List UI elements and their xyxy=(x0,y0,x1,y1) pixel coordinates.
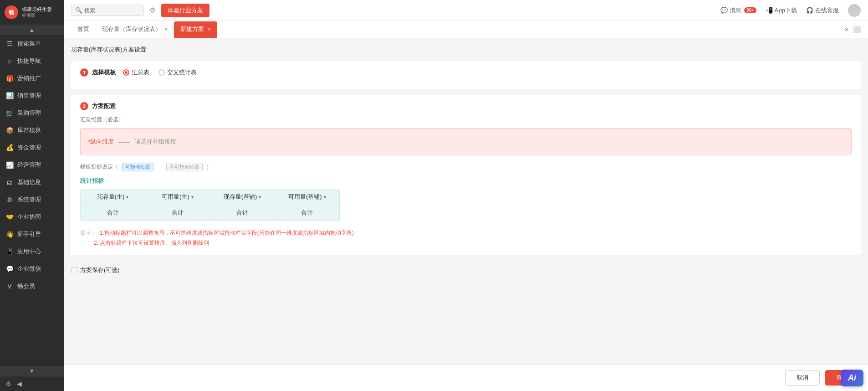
summary-dimension-label: 汇总维度（必选） xyxy=(80,116,852,123)
collapse-icon[interactable]: ◀ xyxy=(17,380,22,387)
topbar-gear-icon[interactable]: ⚙ xyxy=(149,6,156,15)
page-title: 现存量(库存状况表)方案设置 xyxy=(71,46,861,54)
indicator-settings-title: 模板指标设定（ 可拖动位置 不可拖动位置 ） xyxy=(80,163,852,171)
settings-bottom-icon[interactable]: ⚙ xyxy=(5,380,11,387)
user-avatar[interactable] xyxy=(848,4,861,17)
sidebar-item-label: 销售管理 xyxy=(17,92,41,100)
dimension-area[interactable]: *纵向维度 —— 请选择分组维度 xyxy=(80,128,852,155)
search-menu-icon: ☰ xyxy=(5,40,14,48)
sidebar-item-label: 基础信息 xyxy=(17,178,41,186)
stats-col-header-2[interactable]: 现存量(基辅) ▾ xyxy=(210,189,275,205)
stats-col-cell-1: 合计 xyxy=(145,205,209,221)
save-checkbox[interactable] xyxy=(71,267,77,273)
vip-icon: V xyxy=(5,282,14,290)
app-download-icon: 📲 xyxy=(766,7,773,14)
topbar-right: 💬 消息 99+ 📲 App下载 🎧 在线客服 xyxy=(720,4,861,17)
stats-table-header: 现存量(主) ▾ 合计 可用量(主) ▾ 合计 xyxy=(81,189,339,221)
sidebar-item-quicknav[interactable]: ⌂ 快捷导航 xyxy=(0,52,64,70)
stats-section-title: 统计指标 xyxy=(80,177,852,185)
content-area: 现存量(库存状况表)方案设置 1 选择模板 汇总表 交叉统计表 xyxy=(64,38,868,391)
app-download-item[interactable]: 📲 App下载 xyxy=(766,6,797,15)
radio-crosstab[interactable]: 交叉统计表 xyxy=(158,68,197,77)
chevron-down-icon-2[interactable]: ▾ xyxy=(259,195,261,200)
sidebar-scroll-up[interactable]: ▲ xyxy=(0,25,64,35)
sidebar-scroll-down[interactable]: ▼ xyxy=(0,366,64,376)
tab-inventory-close[interactable]: × xyxy=(165,26,168,32)
topbar-search-box[interactable]: 🔍 xyxy=(71,5,144,16)
sidebar-item-enterprise[interactable]: 🤝 企业协同 xyxy=(0,208,64,226)
sidebar-item-newguide[interactable]: 👋 新手引导 xyxy=(0,226,64,243)
sidebar-item-wechat[interactable]: 💬 企业微信 xyxy=(0,260,64,278)
tabs-right-actions: ✕ ⬜ xyxy=(844,26,861,33)
step2-card: 2 方案配置 汇总维度（必选） *纵向维度 —— 请选择分组维度 模板指标设定（… xyxy=(71,95,861,255)
tab-home[interactable]: 首页 xyxy=(71,21,96,38)
tab-new-plan-close[interactable]: × xyxy=(208,26,210,32)
sidebar-nav: ☰ 搜索菜单 ⌂ 快捷导航 🎁 营销推广 📊 销售管理 🛒 采购管理 📦 库存核… xyxy=(0,35,64,366)
chevron-down-icon-0[interactable]: ▾ xyxy=(126,195,128,200)
message-item[interactable]: 💬 消息 99+ xyxy=(720,6,756,15)
tab-inventory-status[interactable]: 现存量（库存状况表） × xyxy=(96,21,174,38)
sidebar-item-appcenter[interactable]: 📱 应用中心 xyxy=(0,243,64,260)
online-service-item[interactable]: 🎧 在线客服 xyxy=(806,6,839,15)
gear-icon: ⚙ xyxy=(5,196,14,204)
money-icon: 💰 xyxy=(5,144,14,152)
sidebar-item-label: 库存核算 xyxy=(17,126,41,134)
tabs-close-icon[interactable]: ✕ xyxy=(844,26,849,33)
sidebar-item-label: 应用中心 xyxy=(17,247,41,256)
sidebar-item-sales[interactable]: 📊 销售管理 xyxy=(0,87,64,104)
topbar: 🔍 ⚙ 体验行业方案 💬 消息 99+ 📲 App下载 🎧 在线客服 xyxy=(64,0,868,21)
non-draggable-badge: 不可拖动位置 xyxy=(166,163,203,171)
home-icon: ⌂ xyxy=(5,57,14,65)
sidebar-item-marketing[interactable]: 🎁 营销推广 xyxy=(0,70,64,87)
search-input[interactable] xyxy=(84,7,139,14)
industry-button[interactable]: 体验行业方案 xyxy=(161,4,209,17)
sidebar-bottom: ⚙ ◀ xyxy=(0,376,64,391)
chevron-down-icon-1[interactable]: ▾ xyxy=(191,195,194,200)
chevron-down-icon-3[interactable]: ▾ xyxy=(324,195,326,200)
sidebar-item-label: 搜索菜单 xyxy=(17,40,41,48)
radio-summary-table[interactable]: 汇总表 xyxy=(123,68,149,77)
message-badge: 99+ xyxy=(744,7,756,13)
stats-col-2: 现存量(基辅) ▾ 合计 xyxy=(210,189,275,221)
box-icon: 📦 xyxy=(5,126,14,134)
sidebar-item-search[interactable]: ☰ 搜索菜单 xyxy=(0,35,64,52)
tabs-expand-icon[interactable]: ⬜ xyxy=(853,26,861,33)
handshake-icon: 🤝 xyxy=(5,213,14,221)
sidebar-item-management[interactable]: 📈 经营管理 xyxy=(0,156,64,174)
sidebar-item-purchase[interactable]: 🛒 采购管理 xyxy=(0,104,64,122)
dimension-dash: —— xyxy=(118,139,130,145)
app-edition: 标准版 xyxy=(22,12,52,19)
sidebar-item-system[interactable]: ⚙ 系统管理 xyxy=(0,191,64,208)
tips-section: 提示： 1.拖动标题栏可以调整布局，不可跨维度或指标区域拖动栏目字段(只能在同一… xyxy=(80,228,852,248)
step1-card: 1 选择模板 汇总表 交叉统计表 xyxy=(71,61,861,89)
wave-icon: 👋 xyxy=(5,230,14,238)
sidebar-item-label: 营销推广 xyxy=(17,74,41,82)
stats-col-header-3[interactable]: 可用量(基辅) ▾ xyxy=(275,189,339,205)
template-radio-group: 汇总表 交叉统计表 xyxy=(123,68,197,77)
radio-crosstab-indicator xyxy=(158,69,165,76)
footer-actions: 取消 查询 xyxy=(64,364,868,391)
gift-icon: 🎁 xyxy=(5,74,14,82)
headset-icon: 🎧 xyxy=(806,7,813,14)
stats-col-1: 可用量(主) ▾ 合计 xyxy=(145,189,210,221)
sidebar-item-finance[interactable]: 💰 资金管理 xyxy=(0,139,64,156)
chart-icon: 📊 xyxy=(5,92,14,100)
sidebar-item-label: 经营管理 xyxy=(17,161,41,169)
tip-2: 2. 点击标题栏下拉可设置排序、插入列和删除列 xyxy=(80,238,852,248)
sidebar-item-vip[interactable]: V 畅会员 xyxy=(0,278,64,295)
sidebar-item-basicinfo[interactable]: 🗂 基础信息 xyxy=(0,174,64,191)
cancel-button[interactable]: 取消 xyxy=(785,370,820,386)
tab-new-plan[interactable]: 新建方案 × xyxy=(174,21,217,38)
mobile-icon: 📱 xyxy=(5,247,14,256)
sidebar-item-inventory[interactable]: 📦 库存核算 xyxy=(0,122,64,139)
stats-col-header-1[interactable]: 可用量(主) ▾ xyxy=(145,189,209,205)
sidebar-logo: 畅 畅康通好生意 标准版 xyxy=(0,0,64,25)
app-name-block: 畅康通好生意 标准版 xyxy=(22,6,52,19)
sidebar-item-label: 资金管理 xyxy=(17,144,41,152)
stats-col-header-0[interactable]: 现存量(主) ▾ xyxy=(81,189,145,205)
mgmt-icon: 📈 xyxy=(5,161,14,169)
stats-col-cell-2: 合计 xyxy=(210,205,275,221)
stats-col-cell-3: 合计 xyxy=(275,205,339,221)
ai-badge[interactable]: Ai xyxy=(841,370,863,386)
stats-col-0: 现存量(主) ▾ 合计 xyxy=(81,189,145,221)
